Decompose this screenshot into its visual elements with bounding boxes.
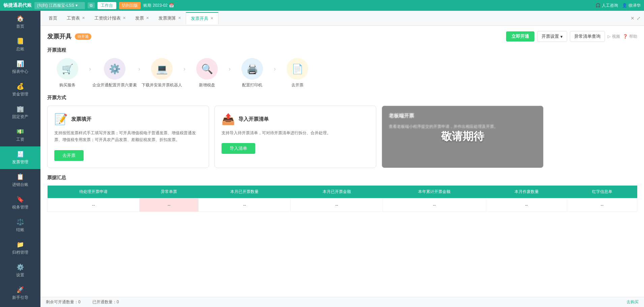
top-bar: 畅捷通易代账 (勾到) 江西服宝-LSS ▾ ⧉ 工作台 切到旧版 账期 202… [0,0,644,11]
manual-card-title: 发票填开 [71,116,91,122]
old-platform-card: 老板端开票 查看老板端小程序提交的开票申请，并作出相应处理及开票。 敬请期待 [382,106,544,168]
page-header: 发票开具 待开通 立即开通 开票设置 ▾ 异常清单查询 ▷ 视频 ❓ [47,31,637,42]
flow-step-step6[interactable]: 📄 去开票 [277,58,318,88]
sidebar-item-home[interactable]: 🏠首页 [0,11,40,33]
copy-button[interactable]: ⧉ [88,2,95,8]
tab-salary-report[interactable]: 工资统计报表✕ [90,12,130,24]
summary-cell-5: -- [486,198,567,212]
sidebar-label-settings: 设置 [16,272,24,278]
tab-close-invoice-tool[interactable]: ✕ [210,16,213,21]
flow-step-step4[interactable]: 🔍 新增税盘 [187,58,227,88]
sidebar-label-settlement: 结账 [16,227,24,233]
flow-section: 开票流程 🛒 购买服务 › ⚙️ 企业开通配置开票六要素 › 💻 下载并安装开票… [47,47,637,88]
summary-cell-3: -- [291,198,383,212]
goto-purchase-link[interactable]: 去购买 [626,299,639,305]
sidebar-label-tax: 税务管理 [12,204,28,210]
expand-tab-button[interactable]: ⤢ [637,16,641,21]
step-circle-step2: ⚙️ [104,58,125,80]
period-value: 2023-02 [153,3,168,8]
sidebar-icon-invoice: 🧾 [17,150,24,158]
sidebar-icon-tax: 🔖 [17,196,24,203]
tab-invoice-tool[interactable]: 发票开具✕ [186,12,218,24]
bottom-bar: 剩余可开通数量：0 已开通数量：0 去购买 [40,297,644,307]
tab-invoice-calc[interactable]: 发票测算✕ [154,12,186,24]
sidebar-item-settlement[interactable]: ⚖️结账 [0,214,40,237]
video-help-button[interactable]: ▷ 视频 [608,34,620,39]
flow-arrow-3: › [229,65,231,81]
period-section: 账期 2023-02 📅 [143,3,174,8]
tab-label-invoice: 发票 [135,15,144,21]
sidebar-item-salary[interactable]: 💵工资 [0,124,40,146]
sidebar-icon-settlement: ⚖️ [17,218,24,226]
step-circle-step1: 🛒 [57,58,78,80]
tab-label-invoice-tool: 发票开具 [191,16,208,22]
tab-close-salary-report[interactable]: ✕ [123,16,126,20]
step-circle-step3: 💻 [151,58,173,80]
import-card-desc: 支持导入待开票清单，可对待开票清单进行拆分、合并处理。 [222,130,369,136]
tab-invoice[interactable]: 发票✕ [130,12,154,24]
step-icon-step5: 🖨️ [246,63,258,75]
company-selector[interactable]: (勾到) 江西服宝-LSS ▾ [34,2,85,9]
flow-arrow-4: › [274,65,276,81]
tab-home[interactable]: 首页 [44,12,62,24]
summary-header-4: 本年累计开票金额 [383,186,486,198]
header-actions: 立即开通 开票设置 ▾ 异常清单查询 ▷ 视频 ❓ 帮助 [506,31,637,42]
sidebar-item-member[interactable]: ✔️畅会员 [0,305,40,307]
step-icon-step1: 🛒 [62,63,74,75]
company-name: (勾到) 江西服宝-LSS [37,3,74,8]
user-profile[interactable]: 👤 徐泽华 [622,3,641,8]
flow-step-step5[interactable]: 🖨️ 配置打印机 [232,58,272,88]
sidebar-item-purchase[interactable]: 📋进销台账 [0,169,40,192]
tab-close-invoice-calc[interactable]: ✕ [178,16,181,20]
sidebar-item-funds[interactable]: 💰资金管理 [0,79,40,101]
summary-data-row: -------------- [48,198,637,212]
manual-billing-card: 📝 发票填开 支持按照发票样式手工填写开发票；可开具增值税电子普通发票、增值税普… [47,106,209,168]
sidebar-item-guide[interactable]: 🚀新手引导 [0,282,40,305]
summary-header-row: 待处理开票申请异常单票本月已开票数量本月已开票金额本年累计开票金额本月作废数量红… [48,186,637,198]
close-tab-button[interactable]: ✕ [631,16,635,21]
tab-close-salary-table[interactable]: ✕ [82,16,85,20]
go-invoice-button[interactable]: 去开票 [54,150,84,161]
sidebar: 🏠首页📒总账📊报表中心💰资金管理🏢固定资产💵工资🧾发票管理📋进销台账🔖税务管理⚖… [0,11,40,307]
sidebar-item-tax[interactable]: 🔖税务管理 [0,192,40,214]
remaining-label: 剩余可开通数量：0 [46,300,81,304]
workspace-button[interactable]: 工作台 [97,2,116,9]
sidebar-item-assets[interactable]: 🏢固定资产 [0,101,40,124]
sidebar-item-ledger[interactable]: 📒总账 [0,33,40,56]
flow-step-step2[interactable]: ⚙️ 企业开通配置开票六要素 [92,58,137,88]
step-label-step4: 新增税盘 [199,82,215,88]
tab-close-invoice[interactable]: ✕ [146,16,149,20]
chevron-down-icon: ▾ [560,34,563,39]
step-circle-step4: 🔍 [196,58,218,80]
manual-card-icon: 📝 [54,113,68,125]
exception-query-button[interactable]: 异常清单查询 [570,31,605,42]
summary-section: 票据汇总 待处理开票申请异常单票本月已开票数量本月已开票金额本年累计开票金额本月… [47,175,637,212]
help-button[interactable]: ❓ 帮助 [623,34,637,39]
sidebar-item-reports[interactable]: 📊报表中心 [0,56,40,79]
import-list-button[interactable]: 导入清单 [222,143,255,154]
immediate-open-button[interactable]: 立即开通 [506,31,534,41]
headset-icon: 🎧 [595,3,601,8]
tab-label-home: 首页 [49,15,57,21]
username: 徐泽华 [628,3,641,8]
service-button[interactable]: 🎧 人工咨询 [595,3,618,8]
tab-label-invoice-calc: 发票测算 [158,15,176,21]
sidebar-item-invoice[interactable]: 🧾发票管理 [0,146,40,169]
sidebar-item-settings[interactable]: ⚙️设置 [0,259,40,282]
old-version-button[interactable]: 切到旧版 [119,2,141,9]
open-settings-button[interactable]: 开票设置 ▾ [537,31,567,42]
sidebar-icon-guide: 🚀 [17,286,24,294]
flow-step-step1[interactable]: 🛒 购买服务 [47,58,88,88]
page-content: 发票开具 待开通 立即开通 开票设置 ▾ 异常清单查询 ▷ 视频 ❓ [40,26,644,297]
tab-salary-table[interactable]: 工资表✕ [62,12,90,24]
sidebar-icon-purchase: 📋 [17,173,24,180]
step-icon-step2: ⚙️ [109,63,121,75]
flow-step-step3[interactable]: 💻 下载并安装开票机器人 [142,58,182,88]
sidebar-icon-home: 🏠 [17,15,24,22]
step-circle-step5: 🖨️ [241,58,263,80]
summary-header-0: 待处理开票申请 [48,186,140,198]
tab-bar: 首页工资表✕工资统计报表✕发票✕发票测算✕发票开具✕ ✕ ⤢ [40,11,644,26]
sidebar-item-archive[interactable]: 📁归档管理 [0,237,40,259]
tab-bar-actions: ✕ ⤢ [631,16,641,21]
period-label: 账期 [143,3,151,8]
